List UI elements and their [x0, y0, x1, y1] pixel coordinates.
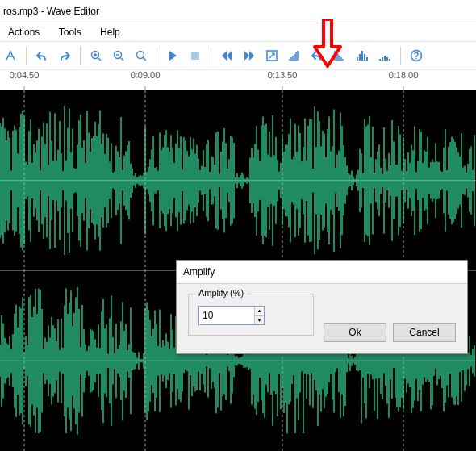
toolbar: [0, 41, 476, 70]
zoom-fit-icon[interactable]: [131, 45, 152, 66]
spinner[interactable]: ▲ ▼: [254, 307, 264, 324]
spinner-up-icon[interactable]: ▲: [255, 307, 264, 316]
reduce-icon[interactable]: [374, 45, 395, 66]
menu-help[interactable]: Help: [92, 23, 128, 41]
amplify-dialog: Amplify Amplify (%) ▲ ▼ Ok Cancel: [176, 260, 468, 354]
dialog-title: Amplify: [177, 261, 467, 284]
fade-out-icon[interactable]: [329, 45, 350, 66]
svg-rect-3: [191, 52, 199, 60]
time-ruler[interactable]: 0:04.50 0:09.00 0:13.50 0:18.00: [0, 70, 476, 92]
amplify-fieldset: Amplify (%) ▲ ▼: [188, 294, 314, 336]
play-icon[interactable]: [162, 45, 183, 66]
help-icon[interactable]: [406, 45, 427, 66]
cancel-button[interactable]: Cancel: [393, 323, 456, 342]
menu-actions[interactable]: Actions: [0, 23, 48, 41]
menubar: Actions Tools Help: [0, 23, 476, 41]
amplify-icon[interactable]: [352, 45, 373, 66]
ok-button[interactable]: Ok: [324, 323, 386, 342]
toolbar-separator: [26, 47, 27, 65]
ruler-tick: 0:13.50: [268, 70, 298, 80]
amplify-value-field[interactable]: [199, 307, 254, 324]
toolbar-separator: [157, 47, 157, 65]
ruler-tick: 0:04.50: [10, 70, 40, 80]
undo-b-icon[interactable]: [307, 45, 328, 66]
amplify-field-label: Amplify (%): [195, 288, 247, 298]
redo-icon[interactable]: [54, 45, 75, 66]
unknown-icon[interactable]: [0, 45, 21, 66]
svg-point-2: [137, 52, 144, 59]
menu-tools[interactable]: Tools: [51, 23, 90, 41]
window-title: ros.mp3 - Wave Editor: [3, 6, 99, 17]
spinner-down-icon[interactable]: ▼: [255, 316, 264, 325]
toolbar-separator: [211, 47, 211, 65]
zoom-out-icon[interactable]: [108, 45, 129, 66]
zoom-in-icon[interactable]: [86, 45, 106, 66]
rewind-icon[interactable]: [216, 45, 237, 66]
ruler-tick: 0:09.00: [131, 70, 161, 80]
fast-forward-icon[interactable]: [239, 45, 260, 66]
ruler-tick: 0:18.00: [389, 70, 419, 80]
toolbar-separator: [400, 47, 401, 65]
amplify-value-input[interactable]: ▲ ▼: [198, 306, 265, 325]
fade-in-icon[interactable]: [284, 45, 305, 66]
toolbar-separator: [80, 47, 81, 65]
stop-icon[interactable]: [185, 45, 206, 66]
window-titlebar: ros.mp3 - Wave Editor: [0, 0, 476, 23]
undo-icon[interactable]: [31, 45, 52, 66]
loop-region-icon[interactable]: [261, 45, 282, 66]
